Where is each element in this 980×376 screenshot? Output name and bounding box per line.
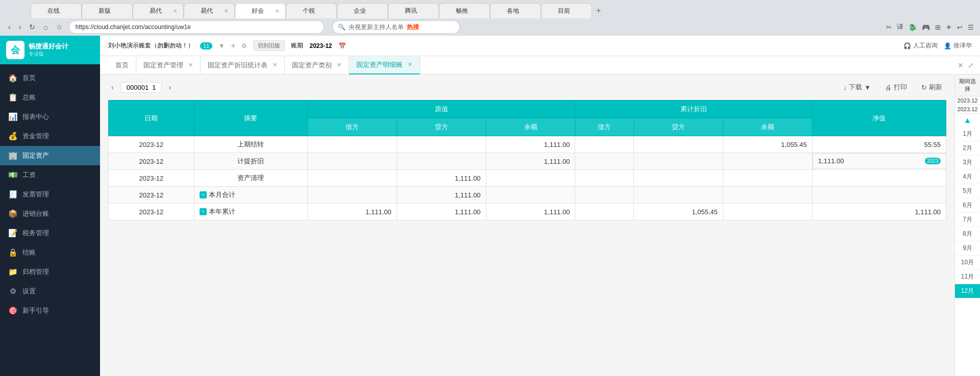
tab-depreciation-stats[interactable]: 固定资产折旧统计表 ✕ bbox=[201, 56, 285, 74]
settings-icon[interactable]: ⚙ bbox=[241, 42, 247, 49]
row2-net-value: 1,111.00 2023 bbox=[813, 153, 946, 169]
sidebar-label-guide: 新手引导 bbox=[22, 306, 49, 315]
purchase-nav-icon: 📦 bbox=[8, 209, 17, 218]
sidebar-item-payroll[interactable]: 💵 工资 bbox=[0, 165, 100, 185]
search-text: 央视更新主持人名单 bbox=[349, 23, 404, 32]
month-11[interactable]: 11月 bbox=[955, 270, 980, 284]
forward-button[interactable]: › bbox=[17, 22, 23, 32]
tab-asset-ledger[interactable]: 固定资产明细账 ✕ bbox=[349, 56, 420, 74]
browser-tab-new[interactable]: 新版 bbox=[82, 3, 133, 18]
months-list: 1月 2月 3月 4月 5月 6月 7月 8月 9月 10月 11月 12月 bbox=[955, 127, 980, 298]
browser-tab-online[interactable]: 在线 bbox=[31, 3, 82, 18]
refresh-icon: ↻ bbox=[921, 84, 927, 91]
browser-tab-mq[interactable]: 目前 bbox=[541, 3, 592, 18]
table-row: 2023-12 计提折旧 1,111.00 1,111.00 2023 bbox=[109, 153, 946, 170]
month-7[interactable]: 7月 bbox=[955, 213, 980, 227]
month-4[interactable]: 4月 bbox=[955, 170, 980, 184]
sidebar-item-closing[interactable]: 🔒 结账 bbox=[0, 243, 100, 262]
month-9[interactable]: 9月 bbox=[955, 241, 980, 256]
month-3[interactable]: 3月 bbox=[955, 156, 980, 170]
tab-asset-category[interactable]: 固定资产类别 ✕ bbox=[285, 56, 349, 74]
tab-home[interactable]: 首页 bbox=[108, 56, 136, 74]
menu-icon[interactable]: ☰ bbox=[968, 23, 974, 31]
undo-icon[interactable]: ↩ bbox=[957, 23, 963, 31]
sidebar-item-guide[interactable]: 🎯 新手引导 bbox=[0, 301, 100, 320]
sidebar-item-fixed-assets[interactable]: 🏢 固定资产 bbox=[0, 146, 100, 165]
download-button[interactable]: ↓ 下载 ▼ bbox=[840, 81, 875, 94]
sun-icon[interactable]: ☀ bbox=[946, 23, 952, 31]
switch-version-button[interactable]: 切到旧版 bbox=[253, 40, 285, 51]
sidebar-item-purchase-sales[interactable]: 📦 进销台账 bbox=[0, 204, 100, 223]
tab-fixed-asset-mgmt[interactable]: 固定资产管理 ✕ bbox=[136, 56, 201, 74]
translate-icon[interactable]: 译 bbox=[897, 22, 903, 32]
browser-tab-yidai2[interactable]: 易代 ✕ bbox=[184, 3, 235, 18]
row3-net-value bbox=[812, 170, 946, 187]
sidebar-item-tax[interactable]: 📝 税务管理 bbox=[0, 223, 100, 243]
gamepad-icon[interactable]: 🎮 bbox=[922, 23, 930, 31]
close-all-tabs-button[interactable]: ✕ bbox=[958, 61, 964, 69]
bookmark-button[interactable]: ☆ bbox=[54, 22, 65, 32]
maximize-button[interactable]: ⤢ bbox=[968, 61, 974, 69]
sidebar-label-home: 首页 bbox=[22, 73, 36, 83]
tab-close-haohui[interactable]: ✕ bbox=[275, 8, 279, 14]
user-profile-button[interactable]: 👤 徐泽华 bbox=[944, 41, 972, 50]
month-12[interactable]: 12月 bbox=[955, 284, 980, 298]
browser-tab-tencent[interactable]: 腾讯 bbox=[388, 3, 439, 18]
month-6[interactable]: 6月 bbox=[955, 198, 980, 213]
search-box[interactable]: 🔍 央视更新主持人名单 热搜 bbox=[332, 20, 460, 34]
grid-icon[interactable]: ⊞ bbox=[935, 23, 941, 31]
scroll-up-button[interactable]: ▲ bbox=[955, 114, 980, 127]
scissors-icon[interactable]: ✂ bbox=[886, 23, 892, 31]
search-icon: 🔍 bbox=[338, 23, 346, 31]
next-page-button[interactable]: › bbox=[166, 82, 175, 92]
sidebar-item-home[interactable]: 🏠 首页 bbox=[0, 68, 100, 88]
sidebar-item-archive[interactable]: 📁 归档管理 bbox=[0, 262, 100, 282]
browser-tab-yidai1[interactable]: 易代 ✕ bbox=[133, 3, 184, 18]
human-service-button[interactable]: 🎧 人工咨询 bbox=[903, 41, 938, 50]
sidebar-item-settings[interactable]: ⚙ 设置 bbox=[0, 282, 100, 301]
browser-tab-corp[interactable]: 企业 bbox=[337, 3, 388, 18]
sidebar-item-reports[interactable]: 📊 报表中心 bbox=[0, 107, 100, 127]
refresh-button[interactable]: ↻ bbox=[27, 22, 37, 32]
browser-tab-chang[interactable]: 畅推 bbox=[439, 3, 490, 18]
month-8[interactable]: 8月 bbox=[955, 227, 980, 241]
browser-tab-haohui[interactable]: 好会 ✕ bbox=[235, 3, 286, 18]
browser-tab-gedi[interactable]: 各地 bbox=[490, 3, 541, 18]
payroll-nav-icon: 💵 bbox=[8, 170, 17, 180]
refresh-data-button[interactable]: ↻ 刷新 bbox=[917, 81, 946, 94]
sidebar-label-closing: 结账 bbox=[22, 248, 36, 257]
headset-icon: 🎧 bbox=[903, 42, 911, 49]
prev-page-button[interactable]: ‹ bbox=[108, 82, 117, 92]
sidebar-item-general-ledger[interactable]: 📋 总账 bbox=[0, 88, 100, 107]
new-tab-button[interactable]: + bbox=[592, 3, 605, 18]
page-tabs: 首页 固定资产管理 ✕ 固定资产折旧统计表 ✕ 固定资产类别 ✕ 固定资产明细账… bbox=[100, 56, 980, 74]
month-10[interactable]: 10月 bbox=[955, 256, 980, 270]
sidebar: 会 畅捷通好会计 专业版 🏠 首页 📋 总账 📊 报表中心 💰 资金管理 bbox=[0, 36, 100, 376]
month-2[interactable]: 2月 bbox=[955, 141, 980, 156]
tab-close-yidai2[interactable]: ✕ bbox=[224, 8, 228, 14]
tab-close-asset-ledger[interactable]: ✕ bbox=[408, 61, 412, 68]
tab-close-asset-category[interactable]: ✕ bbox=[337, 62, 341, 68]
month-1[interactable]: 1月 bbox=[955, 127, 980, 141]
back-button[interactable]: ‹ bbox=[6, 22, 13, 32]
address-bar[interactable]: https://cloud.chanjet.com/accounting/uw1… bbox=[69, 20, 324, 34]
page-number-input[interactable] bbox=[121, 82, 162, 93]
tab-close-yidai1[interactable]: ✕ bbox=[173, 8, 177, 14]
sidebar-item-invoice[interactable]: 🧾 发票管理 bbox=[0, 185, 100, 204]
tab-icon-gedi bbox=[497, 8, 504, 15]
sidebar-item-fund[interactable]: 💰 资金管理 bbox=[0, 127, 100, 146]
month-5[interactable]: 5月 bbox=[955, 184, 980, 198]
print-button[interactable]: 🖨 打印 bbox=[881, 81, 911, 94]
tab-close-depreciation-stats[interactable]: ✕ bbox=[273, 62, 277, 68]
th-orig-balance: 余额 bbox=[486, 118, 575, 136]
home-button[interactable]: ⌂ bbox=[41, 22, 50, 32]
calendar-icon[interactable]: 📅 bbox=[338, 42, 346, 49]
row3-orig-debit bbox=[307, 170, 397, 187]
browser-tab-tax[interactable]: 个税 bbox=[286, 3, 337, 18]
tab-close-fixed-asset-mgmt[interactable]: ✕ bbox=[188, 62, 193, 68]
add-account-button[interactable]: + bbox=[231, 41, 235, 51]
expand-icon[interactable]: ▼ bbox=[218, 42, 225, 49]
browser-addressbar: ‹ › ↻ ⌂ ☆ https://cloud.chanjet.com/acco… bbox=[0, 18, 980, 36]
extension-icon[interactable]: 🐉 bbox=[909, 23, 917, 31]
logo-text: 畅捷通好会计 bbox=[29, 42, 68, 51]
